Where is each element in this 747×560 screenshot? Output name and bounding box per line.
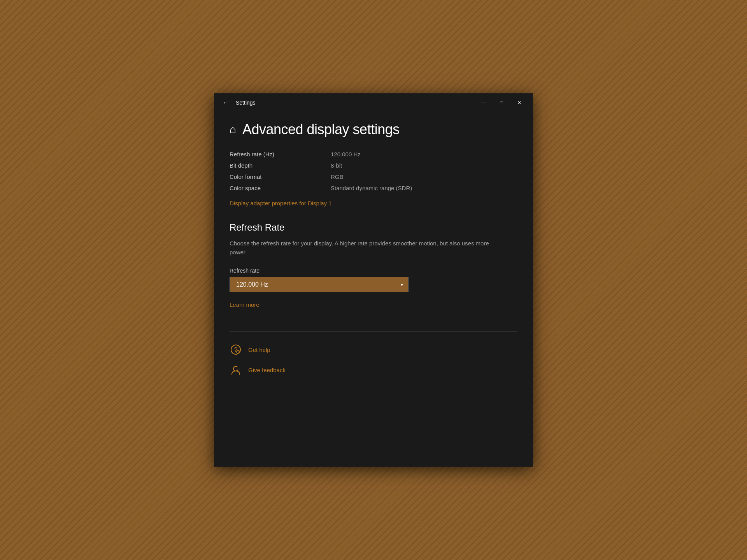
- refresh-rate-value: 120.000 Hz: [331, 151, 361, 158]
- home-icon: ⌂: [230, 124, 236, 135]
- table-row: Bit depth 8-bit: [230, 160, 517, 171]
- display-info-table: Refresh rate (Hz) 120.000 Hz Bit depth 8…: [230, 149, 517, 194]
- give-feedback-text: Give feedback: [248, 367, 286, 373]
- close-button[interactable]: ✕: [510, 96, 528, 110]
- maximize-button[interactable]: □: [493, 96, 510, 110]
- table-row: Color space Standard dynamic range (SDR): [230, 182, 517, 194]
- footer-links: ? ? Get help + Give f: [230, 331, 517, 380]
- titlebar: ← Settings — □ ✕: [214, 93, 533, 112]
- content-area: ⌂ Advanced display settings Refresh rate…: [214, 112, 533, 467]
- learn-more-link[interactable]: Learn more: [230, 301, 260, 308]
- get-help-text: Get help: [248, 346, 270, 353]
- refresh-rate-dropdown[interactable]: 60.000 Hz 120.000 Hz: [230, 277, 409, 292]
- refresh-rate-field-label: Refresh rate: [230, 268, 517, 274]
- refresh-rate-section-title: Refresh Rate: [230, 222, 517, 233]
- adapter-properties-link[interactable]: Display adapter properties for Display 1: [230, 200, 332, 206]
- feedback-icon: +: [230, 364, 242, 376]
- bit-depth-value: 8-bit: [331, 162, 342, 169]
- color-space-value: Standard dynamic range (SDR): [331, 185, 412, 191]
- window-controls: — □ ✕: [475, 96, 528, 110]
- page-header: ⌂ Advanced display settings: [230, 121, 517, 138]
- window-title: Settings: [236, 100, 475, 106]
- table-row: Color format RGB: [230, 171, 517, 182]
- svg-text:+: +: [238, 368, 240, 370]
- color-format-value: RGB: [331, 173, 344, 180]
- refresh-rate-label: Refresh rate (Hz): [230, 151, 331, 158]
- help-icon: ? ?: [230, 343, 242, 356]
- get-help-link[interactable]: ? ? Get help: [230, 340, 517, 360]
- table-row: Refresh rate (Hz) 120.000 Hz: [230, 149, 517, 160]
- refresh-rate-dropdown-container: 60.000 Hz 120.000 Hz ▼: [230, 277, 409, 292]
- bit-depth-label: Bit depth: [230, 162, 331, 169]
- give-feedback-link[interactable]: + Give feedback: [230, 360, 517, 380]
- back-button[interactable]: ←: [219, 96, 233, 110]
- svg-text:?: ?: [237, 351, 239, 354]
- color-space-label: Color space: [230, 185, 331, 191]
- page-title: Advanced display settings: [242, 121, 400, 138]
- settings-window: ← Settings — □ ✕ ⌂ Advanced display sett…: [214, 93, 533, 467]
- color-format-label: Color format: [230, 173, 331, 180]
- minimize-button[interactable]: —: [475, 96, 493, 110]
- refresh-rate-description: Choose the refresh rate for your display…: [230, 239, 494, 257]
